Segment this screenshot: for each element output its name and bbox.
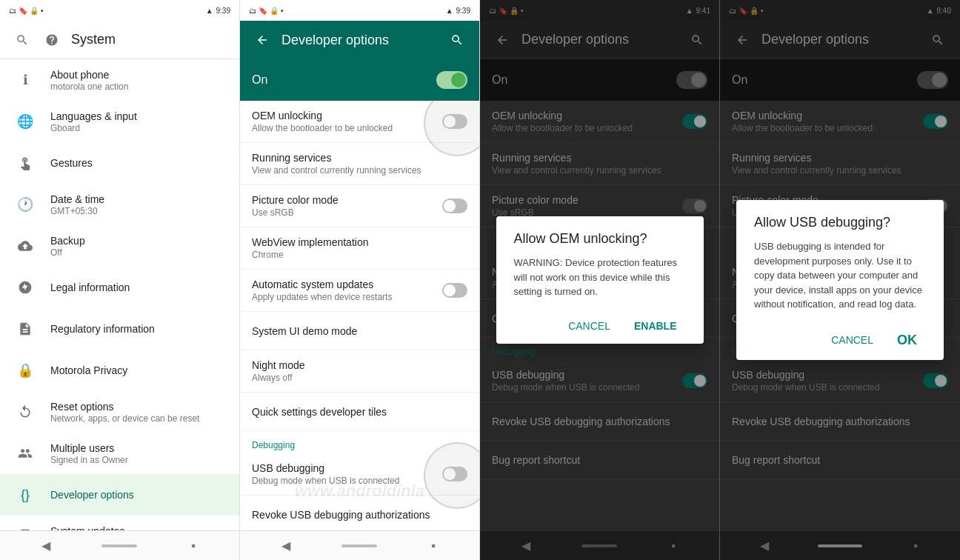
debugging-label: Debugging: [240, 431, 479, 453]
dev-item-running[interactable]: Running services View and control curren…: [240, 143, 479, 185]
night-title: Night mode: [252, 359, 467, 371]
notif-dot: •: [281, 7, 284, 15]
gestures-icon: [12, 150, 39, 176]
settings-item-updates[interactable]: System updates Updated to Android 9: [0, 516, 239, 530]
backup-title: Backup: [50, 235, 227, 247]
status-icons-left-2: 🗂 🔖 🔒 •: [249, 7, 284, 15]
dev-item-night[interactable]: Night mode Always off: [240, 350, 479, 393]
settings-item-legal[interactable]: Legal information: [0, 267, 239, 308]
dev-item-webview[interactable]: WebView implementation Chrome: [240, 227, 479, 270]
regulatory-title: Regulatory information: [50, 323, 227, 335]
color-toggle[interactable]: [442, 199, 467, 213]
running-title: Running services: [252, 152, 467, 164]
updates-icon: [12, 523, 39, 530]
back-button-dev[interactable]: [252, 30, 273, 50]
dev-item-demo[interactable]: System UI demo mode: [240, 312, 479, 350]
settings-item-developer[interactable]: {} Developer options: [0, 474, 239, 516]
icon-dot: •: [41, 7, 44, 15]
nav-bar-1: ◀ ▪: [0, 530, 239, 560]
wifi-icon-2: ▲: [446, 7, 453, 15]
oem-title: OEM unlocking: [252, 110, 442, 121]
settings-item-language[interactable]: 🌐 Languages & input Gboard: [0, 101, 239, 142]
demo-title: System UI demo mode: [252, 325, 467, 337]
legal-icon: [12, 274, 39, 301]
tiles-title: Quick settings developer tiles: [252, 406, 467, 418]
usb-dialog: Allow USB debugging? USB debugging is in…: [736, 200, 944, 360]
usb-dialog-body: USB debugging is intended for developmen…: [754, 239, 926, 312]
settings-list: ℹ About phone motorola one action 🌐 Lang…: [0, 59, 239, 530]
about-title: About phone: [50, 69, 227, 81]
settings-item-backup[interactable]: Backup Off: [0, 225, 239, 267]
about-subtitle: motorola one action: [50, 81, 227, 92]
dev-item-autoupdate[interactable]: Automatic system updates Apply updates w…: [240, 270, 479, 312]
dev-options-list: OEM unlocking Allow the bootloader to be…: [240, 101, 479, 530]
usb-toggle[interactable]: [442, 467, 467, 481]
back-btn-2[interactable]: ◀: [274, 534, 298, 558]
running-subtitle: View and control currently running servi…: [252, 165, 467, 176]
recents-button[interactable]: ▪: [181, 534, 205, 558]
language-icon: 🌐: [12, 108, 39, 135]
datetime-subtitle: GMT+05:30: [50, 206, 227, 216]
autoupdate-toggle[interactable]: [442, 283, 467, 298]
settings-item-about[interactable]: ℹ About phone motorola one action: [0, 59, 239, 101]
dev-item-tiles[interactable]: Quick settings developer tiles: [240, 393, 479, 431]
settings-item-gestures[interactable]: Gestures: [0, 142, 239, 184]
search-button[interactable]: [12, 30, 33, 50]
dev-item-usb[interactable]: USB debugging Debug mode when USB is con…: [240, 453, 479, 496]
revoke-title: Revoke USB debugging authorizations: [252, 509, 467, 521]
developer-title: Developer options: [50, 489, 227, 501]
notif-icon2: 🔖: [259, 7, 267, 15]
autoupdate-subtitle: Apply updates when device restarts: [252, 292, 442, 302]
oem-cancel-button[interactable]: Cancel: [559, 314, 619, 338]
dev-item-color[interactable]: Picture color mode Use sRGB: [240, 185, 479, 227]
status-bar-1: 🗂 🔖 🔒 • ▲ 9:39: [0, 0, 239, 21]
settings-item-users[interactable]: Multiple users Signed in as Owner: [0, 433, 239, 474]
datetime-icon: 🕐: [12, 191, 39, 218]
toggle-knob: [451, 73, 466, 87]
settings-item-datetime[interactable]: 🕐 Date & time GMT+05:30: [0, 184, 239, 225]
dev-item-oem[interactable]: OEM unlocking Allow the bootloader to be…: [240, 101, 479, 143]
oem-enable-button[interactable]: Enable: [625, 314, 686, 338]
usb-subtitle: Debug mode when USB is connected: [252, 476, 442, 486]
settings-item-privacy[interactable]: 🔒 Motorola Privacy: [0, 350, 239, 391]
home-pill[interactable]: [101, 544, 137, 547]
settings-item-regulatory[interactable]: Regulatory information: [0, 308, 239, 350]
color-title: Picture color mode: [252, 194, 442, 206]
panel-developer: 🗂 🔖 🔒 • ▲ 9:39 Developer options On OE: [240, 0, 480, 560]
usb-cancel-button[interactable]: Cancel: [822, 327, 882, 354]
dev-main-toggle[interactable]: [436, 71, 467, 89]
help-button[interactable]: [41, 30, 62, 50]
language-title: Languages & input: [50, 110, 227, 122]
home-pill-2[interactable]: [341, 544, 377, 547]
autoupdate-title: Automatic system updates: [252, 279, 442, 290]
usb-toggle-knob: [444, 468, 456, 480]
oem-dialog: Allow OEM unlocking? WARNING: Device pro…: [496, 216, 704, 344]
time-display: 9:39: [216, 7, 230, 15]
oem-toggle[interactable]: [442, 114, 467, 129]
icon-notification3: 🔒: [30, 7, 39, 15]
dev-item-revoke[interactable]: Revoke USB debugging authorizations: [240, 496, 479, 530]
updates-title: System updates: [50, 525, 227, 531]
webview-subtitle: Chrome: [252, 250, 467, 260]
toolbar-title-dev: Developer options: [281, 33, 438, 48]
icon-notification2: 🔖: [19, 7, 27, 15]
oem-subtitle: Allow the bootloader to be unlocked: [252, 123, 442, 133]
about-icon: ℹ: [12, 67, 39, 93]
users-subtitle: Signed in as Owner: [50, 455, 227, 465]
panel-system: 🗂 🔖 🔒 • ▲ 9:39 System ℹ About phone moto…: [0, 0, 240, 560]
regulatory-icon: [12, 316, 39, 342]
legal-title: Legal information: [50, 281, 227, 293]
settings-item-reset[interactable]: Reset options Network, apps, or device c…: [0, 391, 239, 433]
recents-btn-2[interactable]: ▪: [421, 534, 445, 558]
privacy-title: Motorola Privacy: [50, 364, 227, 376]
status-icons-left: 🗂 🔖 🔒 •: [9, 7, 44, 15]
dev-on-label: On: [252, 73, 267, 87]
search-button-dev[interactable]: [447, 30, 467, 50]
usb-dialog-title: Allow USB debugging?: [754, 215, 926, 230]
usb-ok-button[interactable]: OK: [888, 327, 926, 354]
notif-icon1: 🗂: [249, 7, 256, 15]
notif-icon3: 🔒: [270, 7, 279, 15]
back-button[interactable]: ◀: [34, 534, 58, 558]
color-subtitle: Use sRGB: [252, 207, 442, 218]
toolbar-system: System: [0, 21, 239, 59]
